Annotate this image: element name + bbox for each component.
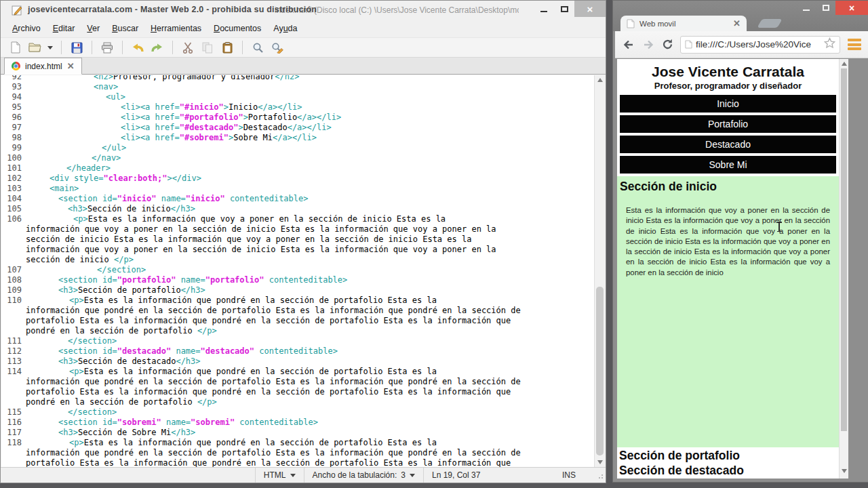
menu-documentos[interactable]: Documentos xyxy=(208,21,267,36)
reload-icon[interactable] xyxy=(661,38,674,51)
browser-scrollbar-thumb[interactable] xyxy=(841,68,847,431)
code-line-wrap[interactable]: información que pondré en la sección de … xyxy=(1,306,594,316)
code-line-110[interactable]: 110<p>Esta es la información que pondré … xyxy=(1,296,594,306)
find-replace-icon[interactable] xyxy=(269,39,286,56)
code-line-107[interactable]: 107</section> xyxy=(1,265,594,275)
dropdown-caret-icon xyxy=(410,474,415,477)
code-line-106[interactable]: 106<p>Esta es la información que voy a p… xyxy=(1,214,594,224)
browser-menu-icon[interactable] xyxy=(846,37,863,52)
code-line-112[interactable]: 112<section id="destacado" name="destaca… xyxy=(1,346,594,357)
menu-herramientas[interactable]: Herramientas xyxy=(144,21,208,36)
menu-ayuda[interactable]: Ayuda xyxy=(267,21,303,36)
page-nav-destacado[interactable]: Destacado xyxy=(620,136,836,153)
open-icon[interactable] xyxy=(26,39,43,56)
code-line-104[interactable]: 104<section id="inicio" name="inicio" co… xyxy=(1,194,594,204)
code-line-92[interactable]: 92<h2>Profesor, programador y diseñador<… xyxy=(1,75,594,82)
section-inicio-text[interactable]: Esta es la información que voy a poner e… xyxy=(626,205,830,278)
browser-maximize-button[interactable] xyxy=(816,1,835,15)
menu-ver[interactable]: Ver xyxy=(81,21,106,36)
code-line-109[interactable]: 109<h3>Sección de portafolio</h3> xyxy=(1,285,594,296)
menu-buscar[interactable]: Buscar xyxy=(106,21,144,36)
undo-icon[interactable] xyxy=(129,39,146,56)
cut-icon[interactable] xyxy=(179,39,197,56)
editor-scrollbar[interactable] xyxy=(594,75,605,467)
code-editor[interactable]: 92<h2>Profesor, programador y diseñador<… xyxy=(1,75,594,467)
menu-archivo[interactable]: Archivo xyxy=(6,21,47,36)
tab-width-dropdown[interactable]: Ancho de la tabulación: 3 xyxy=(304,468,423,483)
line-number: 111 xyxy=(1,336,22,346)
code-line-wrap[interactable]: portafolio Esta es la información que po… xyxy=(1,458,594,467)
new-document-icon[interactable] xyxy=(6,39,24,56)
code-line-wrap[interactable]: portafolio Esta es la información que po… xyxy=(1,387,594,397)
scroll-up-icon[interactable] xyxy=(597,78,603,82)
code-line-114[interactable]: 114<p>Esta es la información que pondré … xyxy=(1,367,594,377)
print-icon[interactable] xyxy=(98,39,116,56)
code-line-111[interactable]: 111</section> xyxy=(1,336,594,346)
scroll-down-icon[interactable] xyxy=(597,460,603,464)
page-nav-portafolio[interactable]: Portafolio xyxy=(620,115,836,133)
save-icon[interactable] xyxy=(68,39,85,56)
bookmark-star-icon[interactable] xyxy=(824,37,835,52)
section-inicio[interactable]: Sección de inicio Esta es la información… xyxy=(617,176,839,447)
code-line-wrap[interactable]: portafolio Esta es la información que po… xyxy=(1,316,594,326)
tab-index-html[interactable]: index.html ✕ xyxy=(4,58,82,75)
page-nav-inicio[interactable]: Inicio xyxy=(620,95,836,113)
back-icon[interactable] xyxy=(622,38,635,52)
copy-icon[interactable] xyxy=(199,39,216,56)
code-line-wrap[interactable]: pondré en la sección de portafolio </p> xyxy=(1,326,594,336)
redo-icon[interactable] xyxy=(149,39,166,56)
browser-close-button[interactable]: × xyxy=(835,1,868,15)
code-line-wrap[interactable]: sección de inicio Esta es la información… xyxy=(1,235,594,245)
new-tab-button[interactable] xyxy=(757,19,783,28)
address-bar[interactable]: file:///C:/Users/Jose%20Vice xyxy=(680,36,840,54)
code-line-113[interactable]: 113<h3>Sección de destacado</h3> xyxy=(1,357,594,367)
line-number: 101 xyxy=(1,163,22,174)
page-nav-sobre-mi[interactable]: Sobre Mi xyxy=(620,156,836,174)
menu-editar[interactable]: Editar xyxy=(47,21,81,36)
language-dropdown[interactable]: HTML xyxy=(255,468,304,483)
browser-tab-close-icon[interactable]: ✕ xyxy=(733,19,741,28)
code-line-108[interactable]: 108<section id="portafolio" name="portaf… xyxy=(1,275,594,285)
code-line-117[interactable]: 117<h3>Sección de Sobre Mi</h3> xyxy=(1,428,594,438)
browser-minimize-button[interactable] xyxy=(796,1,816,15)
browser-tab[interactable]: Web movil ✕ xyxy=(620,16,747,31)
code-line-98[interactable]: 98<li><a href="#sobremi">Sobre Mi</a></l… xyxy=(1,133,594,143)
resize-grip[interactable] xyxy=(595,470,604,480)
code-line-100[interactable]: 100</nav> xyxy=(1,153,594,163)
section-inicio-heading[interactable]: Sección de inicio xyxy=(617,176,839,194)
code-line-97[interactable]: 97<li><a href="#destacado">Destacado</a>… xyxy=(1,123,594,133)
code-line-95[interactable]: 95<li><a href="#inicio">Inicio</a></li> xyxy=(1,102,594,113)
code-line-105[interactable]: 105<h3>Sección de inicio</h3> xyxy=(1,204,594,214)
scroll-down-icon[interactable] xyxy=(842,469,847,473)
code-line-94[interactable]: 94<ul> xyxy=(1,92,594,102)
paste-icon[interactable] xyxy=(218,39,236,56)
code-line-96[interactable]: 96<li><a href="#portafolio">Portafolio</… xyxy=(1,113,594,123)
code-line-116[interactable]: 116<section id="sobremi" name="sobremi" … xyxy=(1,418,594,428)
code-line-wrap[interactable]: información que pondré en la sección de … xyxy=(1,448,594,458)
tab-close-icon[interactable]: ✕ xyxy=(67,62,75,70)
gedit-close-button[interactable]: × xyxy=(574,1,606,17)
browser-scrollbar[interactable] xyxy=(839,59,848,479)
code-line-115[interactable]: 115</section> xyxy=(1,407,594,418)
code-line-118[interactable]: 118<p>Esta es la información que pondré … xyxy=(1,438,594,448)
editor-scrollbar-thumb[interactable] xyxy=(596,287,604,455)
section-heading[interactable]: Sección de destacado xyxy=(619,464,839,477)
code-line-wrap[interactable]: pondré en la sección de portafolio </p> xyxy=(1,397,594,407)
open-dropdown-icon[interactable] xyxy=(45,39,55,56)
find-icon[interactable] xyxy=(249,39,267,56)
document-tabbar: index.html ✕ xyxy=(1,58,606,75)
scroll-up-icon[interactable] xyxy=(842,62,847,66)
code-line-wrap[interactable]: información que pondré en la sección de … xyxy=(1,377,594,387)
code-line-93[interactable]: 93<nav> xyxy=(1,82,594,92)
code-line-99[interactable]: 99</ul> xyxy=(1,143,594,153)
code-line-103[interactable]: 103<main> xyxy=(1,184,594,194)
code-line-wrap[interactable]: información que voy a poner en la secció… xyxy=(1,245,594,255)
code-line-101[interactable]: 101</header> xyxy=(1,163,594,174)
forward-icon[interactable] xyxy=(642,38,655,52)
gedit-minimize-button[interactable] xyxy=(534,1,554,17)
code-line-wrap[interactable]: información que voy a poner en la secció… xyxy=(1,224,594,235)
code-line-102[interactable]: 102<div style="clear:both;"></div> xyxy=(1,174,594,184)
gedit-maximize-button[interactable] xyxy=(554,1,574,17)
section-heading[interactable]: Sección de portafolio xyxy=(619,449,839,462)
code-line-wrap[interactable]: sección de inicio </p> xyxy=(1,255,594,265)
